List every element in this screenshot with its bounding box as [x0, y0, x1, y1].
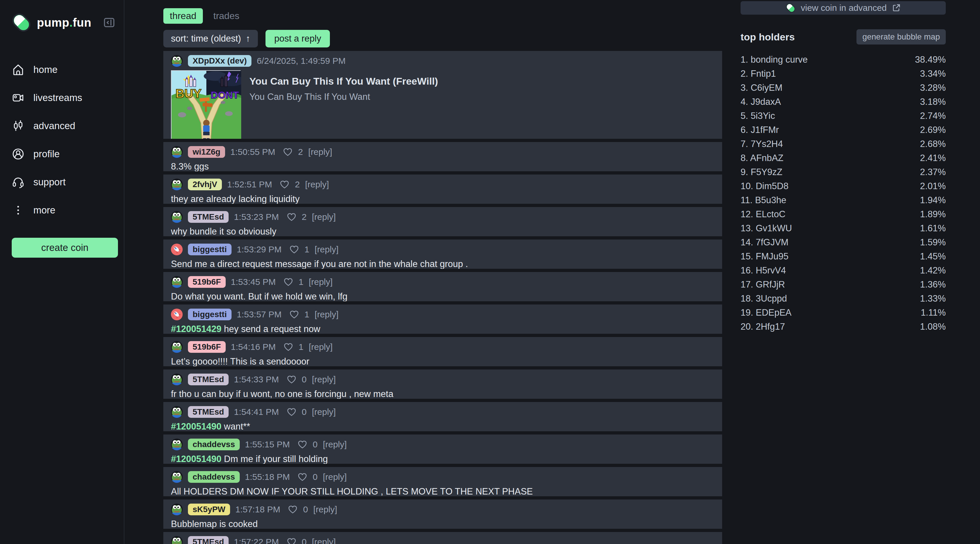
user-avatar[interactable]	[171, 471, 183, 483]
username-badge[interactable]: chaddevss	[188, 439, 240, 450]
user-avatar[interactable]	[171, 341, 183, 353]
like-heart-icon[interactable]	[283, 342, 293, 352]
username-badge[interactable]: 5TMEsd	[188, 406, 229, 418]
reply-link[interactable]: [reply]	[313, 504, 337, 514]
create-coin-button[interactable]: create coin	[12, 238, 118, 258]
holder-row[interactable]: 9. F5Y9zZ 2.37%	[741, 165, 946, 179]
mention-link[interactable]: #120051490	[171, 422, 221, 431]
coin-image[interactable]: BUY DONT	[171, 70, 240, 139]
user-avatar[interactable]	[171, 504, 183, 515]
sidebar-item-home[interactable]: home	[12, 56, 119, 84]
brand[interactable]: pump.fun	[12, 13, 119, 32]
sidebar-item-more[interactable]: more	[12, 196, 119, 224]
holder-row[interactable]: 12. ELctoC 1.89%	[741, 207, 946, 221]
sidebar-item-profile[interactable]: profile	[12, 140, 119, 168]
holder-row[interactable]: 7. 7Ys2H4 2.68%	[741, 137, 946, 151]
username-badge[interactable]: 5TMEsd	[188, 536, 229, 544]
reply-link[interactable]: [reply]	[312, 537, 336, 544]
holder-row[interactable]: 8. AFnbAZ 2.41%	[741, 151, 946, 165]
holder-percent: 2.37%	[920, 167, 946, 177]
holder-row[interactable]: 5. 5i3Yic 2.74%	[741, 109, 946, 123]
username-badge[interactable]: 5TMEsd	[188, 374, 229, 385]
reply-link[interactable]: [reply]	[323, 439, 347, 449]
mention-link[interactable]: #120051490	[171, 454, 221, 464]
like-heart-icon[interactable]	[286, 537, 296, 544]
holder-row[interactable]: 14. 7fGJVM 1.59%	[741, 235, 946, 250]
reply-link[interactable]: [reply]	[315, 310, 339, 320]
holder-row[interactable]: 20. 2Hfg17 1.08%	[741, 320, 946, 334]
reply-link[interactable]: [reply]	[312, 212, 336, 222]
post-reply-button[interactable]: post a reply	[266, 30, 330, 48]
like-heart-icon[interactable]	[283, 147, 293, 157]
tab-thread[interactable]: thread	[163, 8, 203, 24]
like-heart-icon[interactable]	[286, 374, 296, 385]
view-coin-in-advanced-button[interactable]: view coin in advanced	[741, 1, 946, 14]
like-heart-icon[interactable]	[280, 180, 290, 189]
like-heart-icon[interactable]	[288, 504, 298, 514]
username-badge[interactable]: 2fvhjV	[188, 178, 222, 190]
sidebar-item-advanced[interactable]: advanced	[12, 112, 119, 140]
holder-row[interactable]: 13. Gv1kWU 1.61%	[741, 221, 946, 235]
like-heart-icon[interactable]	[298, 472, 307, 482]
holder-row[interactable]: 6. J1fFMr 2.69%	[741, 123, 946, 137]
like-heart-icon[interactable]	[286, 407, 296, 417]
reply-link[interactable]: [reply]	[308, 147, 332, 157]
holder-percent: 38.49%	[915, 54, 946, 65]
holder-row[interactable]: 1. bonding curve 38.49%	[741, 53, 946, 67]
username-badge[interactable]: wi1Z6g	[188, 146, 225, 158]
sidebar-collapse-icon[interactable]	[103, 16, 116, 29]
sidebar-item-support[interactable]: support	[12, 168, 119, 196]
user-avatar[interactable]	[171, 374, 183, 385]
holder-row[interactable]: 4. J9daxA 3.18%	[741, 95, 946, 109]
like-heart-icon[interactable]	[283, 277, 293, 287]
comment-timestamp: 1:52:51 PM	[227, 180, 272, 189]
user-avatar[interactable]	[171, 309, 183, 320]
holder-name: 19. EDEpEA	[741, 307, 791, 318]
tab-trades[interactable]: trades	[213, 11, 239, 21]
reply-link[interactable]: [reply]	[305, 180, 329, 189]
holder-row[interactable]: 17. GRfJjR 1.36%	[741, 278, 946, 292]
reply-link[interactable]: [reply]	[312, 374, 336, 385]
username-badge[interactable]: sK5yPW	[188, 504, 230, 515]
holder-row[interactable]: 16. H5rvV4 1.42%	[741, 264, 946, 278]
like-heart-icon[interactable]	[286, 212, 296, 222]
like-heart-icon[interactable]	[289, 245, 299, 255]
user-avatar[interactable]	[171, 178, 183, 190]
like-heart-icon[interactable]	[298, 439, 307, 449]
sidebar: pump.fun home livestreams adv	[0, 0, 124, 544]
mention-link[interactable]: #120051429	[171, 324, 221, 334]
username-badge[interactable]: 519b6F	[188, 276, 226, 288]
generate-bubble-map-button[interactable]: generate bubble map	[856, 29, 946, 45]
user-avatar[interactable]	[171, 439, 183, 450]
holder-row[interactable]: 10. Dim5D8 2.01%	[741, 179, 946, 193]
user-avatar[interactable]	[171, 243, 183, 255]
reply-link[interactable]: [reply]	[309, 342, 333, 352]
user-avatar[interactable]	[171, 146, 183, 158]
sort-button[interactable]: sort: time (oldest) ↑	[163, 30, 258, 48]
user-avatar[interactable]	[171, 211, 183, 223]
comment-timestamp: 1:55:15 PM	[245, 439, 290, 449]
holder-name: 16. H5rvV4	[741, 265, 786, 276]
reply-link[interactable]: [reply]	[312, 407, 336, 417]
user-avatar[interactable]	[171, 536, 183, 544]
username-badge[interactable]: biggestti	[188, 243, 232, 255]
holder-row[interactable]: 19. EDEpEA 1.11%	[741, 306, 946, 320]
username-badge[interactable]: chaddevss	[188, 471, 240, 483]
holder-row[interactable]: 15. FMJu95 1.45%	[741, 250, 946, 264]
sidebar-item-livestreams[interactable]: livestreams	[12, 84, 119, 112]
reply-link[interactable]: [reply]	[309, 277, 333, 287]
username-badge[interactable]: 5TMEsd	[188, 211, 229, 223]
holder-row[interactable]: 2. Fntip1 3.34%	[741, 67, 946, 81]
username-badge[interactable]: 519b6F	[188, 341, 226, 353]
holder-row[interactable]: 18. 3Ucppd 1.33%	[741, 292, 946, 306]
like-heart-icon[interactable]	[289, 310, 299, 320]
reply-link[interactable]: [reply]	[323, 472, 347, 482]
holder-row[interactable]: 11. B5u3he 1.94%	[741, 193, 946, 207]
username-badge[interactable]: biggestti	[188, 309, 232, 320]
dev-avatar[interactable]	[171, 55, 183, 67]
reply-link[interactable]: [reply]	[315, 245, 339, 255]
dev-username-badge[interactable]: XDpDXx (dev)	[188, 55, 251, 67]
holder-row[interactable]: 3. C6iyEM 3.28%	[741, 81, 946, 95]
user-avatar[interactable]	[171, 276, 183, 288]
user-avatar[interactable]	[171, 406, 183, 418]
